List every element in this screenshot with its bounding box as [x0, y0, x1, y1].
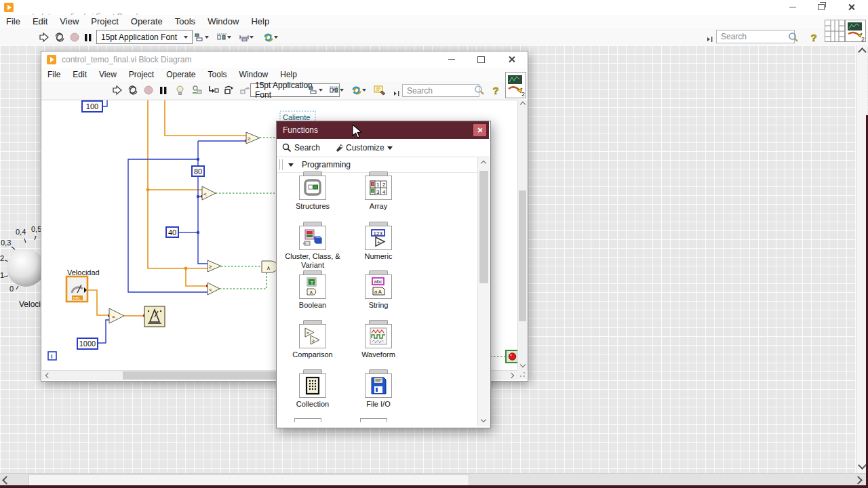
bd-title: control_temo_final.vi Block Diagram [62, 52, 191, 67]
align-objects-button[interactable] [192, 30, 211, 44]
font-selector[interactable]: 15pt Application Font [96, 30, 193, 44]
run-continuously-button[interactable] [126, 83, 140, 97]
menu-tools[interactable]: Tools [202, 68, 233, 81]
bd-search-button[interactable] [473, 83, 486, 97]
palette-item-file-io[interactable]: File I/O [340, 369, 416, 409]
reorder-button[interactable] [349, 83, 369, 97]
palette-item-comparison[interactable]: =≥ Comparison [275, 320, 351, 359]
pause-button[interactable] [157, 83, 170, 97]
bd-maximize-button[interactable] [469, 52, 492, 66]
context-help-button[interactable]: ? [489, 83, 502, 97]
numeric-constants[interactable]: 100 80 40 1000 [77, 101, 204, 349]
menu-help[interactable]: Help [274, 68, 303, 81]
stop-led-terminal[interactable] [506, 350, 517, 363]
velocidad-dial-terminal[interactable]: DBL [66, 277, 87, 302]
palette-item-collection[interactable]: Collection [275, 369, 351, 409]
bd-hscroll-thumb[interactable] [123, 371, 279, 380]
palette-item-boolean[interactable]: T∧ Boolean [275, 270, 351, 310]
scroll-down-icon[interactable] [518, 360, 528, 369]
menu-edit[interactable]: Edit [26, 15, 54, 28]
menu-window[interactable]: Window [233, 68, 275, 81]
menu-help[interactable]: Help [245, 15, 275, 28]
abort-button[interactable] [68, 30, 81, 44]
search-expand-icon[interactable] [707, 33, 713, 45]
bd-vertical-scrollbar[interactable] [517, 100, 528, 370]
minimize-button[interactable] [781, 0, 804, 14]
multiply-node[interactable]: × [109, 308, 124, 323]
step-out-button[interactable] [237, 83, 251, 97]
scroll-down-icon[interactable] [857, 460, 867, 470]
svg-text:1: 1 [376, 182, 380, 188]
scroll-right-icon[interactable] [507, 371, 516, 380]
knob-dial[interactable] [7, 249, 42, 287]
menu-project[interactable]: Project [123, 68, 160, 81]
fp-search-input[interactable]: Search [716, 30, 795, 43]
svg-text:=: = [307, 331, 309, 336]
bd-close-button[interactable] [500, 52, 523, 66]
menu-window[interactable]: Window [201, 15, 245, 28]
menu-operate[interactable]: Operate [160, 68, 201, 81]
palette-category-programming[interactable]: Programming [277, 157, 477, 173]
scroll-left-icon[interactable] [43, 371, 53, 380]
palette-close-button[interactable] [473, 124, 486, 136]
fp-search-button[interactable] [787, 30, 800, 44]
close-button[interactable] [840, 0, 863, 14]
functions-palette-titlebar[interactable]: Functions [277, 121, 489, 139]
menu-view[interactable]: View [54, 15, 85, 28]
palette-item-waveform[interactable]: Waveform [340, 320, 416, 359]
menu-file[interactable]: File [41, 68, 66, 81]
clean-up-diagram-button[interactable] [372, 83, 389, 97]
scroll-down-icon[interactable] [479, 415, 488, 424]
comparison-nodes[interactable] [202, 132, 260, 295]
palette-item-numeric[interactable]: 123+ Numeric [340, 222, 416, 261]
svg-text:3: 3 [376, 189, 380, 195]
velocidad-knob[interactable]: 0,5 0,4 0,3 2 1 0 Velocidad [0, 221, 42, 317]
palette-item-string[interactable]: abca A String [340, 270, 416, 310]
search-expand-icon[interactable] [393, 87, 400, 100]
palette-scrollbar[interactable] [477, 157, 490, 426]
run-continuously-button[interactable] [53, 30, 66, 44]
palette-scroll-thumb[interactable] [479, 171, 488, 283]
connector-pane-icon[interactable] [825, 20, 845, 42]
bd-minimize-button[interactable] [440, 52, 463, 66]
run-button[interactable] [111, 83, 124, 97]
bd-resize-grip[interactable] [517, 370, 527, 380]
scroll-up-icon[interactable] [479, 159, 488, 168]
bd-vi-icon[interactable]: 2 [505, 72, 526, 98]
scroll-up-icon[interactable] [518, 100, 528, 109]
fp-horizontal-scrollbar[interactable] [0, 473, 868, 486]
pause-button[interactable] [81, 30, 95, 44]
wait-ms-node[interactable] [144, 306, 165, 327]
menu-project[interactable]: Project [85, 15, 124, 28]
menu-tools[interactable]: Tools [169, 15, 201, 28]
distribute-objects-button[interactable] [214, 30, 233, 44]
restore-button[interactable] [810, 0, 833, 14]
step-into-button[interactable] [206, 83, 220, 97]
palette-item-array[interactable]: 1234 Array [340, 171, 416, 211]
step-over-button[interactable] [222, 83, 235, 97]
palette-item-cluster[interactable]: Cluster, Class, & Variant [275, 222, 351, 270]
abort-button[interactable] [142, 83, 155, 97]
fp-vi-icon[interactable]: 2 [845, 20, 866, 42]
menu-file[interactable]: File [0, 15, 26, 28]
distribute-objects-button[interactable] [327, 83, 346, 97]
bd-vscroll-thumb[interactable] [519, 190, 526, 321]
palette-customize-button[interactable]: Customize [320, 143, 393, 152]
retain-wire-values-button[interactable] [190, 83, 203, 97]
scroll-up-icon[interactable] [857, 47, 867, 56]
palette-item-structures[interactable]: Structures [275, 171, 351, 211]
info-terminal[interactable]: i [48, 352, 56, 360]
bd-search-input[interactable]: Search [402, 84, 479, 97]
highlight-execution-button[interactable] [173, 83, 186, 97]
context-help-button[interactable]: ? [807, 30, 821, 44]
menu-operate[interactable]: Operate [125, 15, 169, 28]
align-objects-button[interactable] [306, 83, 325, 97]
run-button[interactable] [37, 30, 51, 44]
scroll-right-icon[interactable] [853, 475, 863, 485]
reorder-button[interactable] [260, 30, 281, 44]
palette-search-button[interactable]: Search [277, 143, 320, 152]
scroll-left-icon[interactable] [1, 475, 11, 485]
resize-objects-button[interactable] [237, 30, 256, 44]
menu-edit[interactable]: Edit [66, 68, 93, 81]
menu-view[interactable]: View [93, 68, 123, 81]
